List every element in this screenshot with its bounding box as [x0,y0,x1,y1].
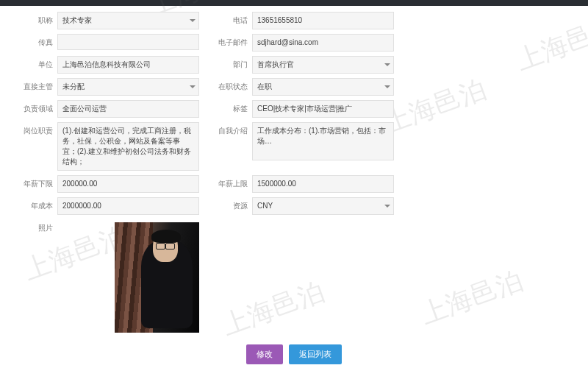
label-supervisor: 直接主管 [4,78,57,92]
field-duty[interactable]: (1).创建和运营公司，完成工商注册，税务，社保，公积金，网站及备案等事宜；(2… [57,122,199,171]
field-year-cost[interactable]: 2000000.00 [57,197,199,215]
field-fax[interactable] [57,34,199,50]
label-tags: 标签 [199,100,252,114]
label-onjob: 在职状态 [199,78,252,92]
edit-button[interactable]: 修改 [246,344,283,364]
field-domain[interactable]: 全面公司运营 [57,100,199,118]
field-phone[interactable]: 13651655810 [252,12,394,29]
label-photo: 照片 [4,219,57,233]
label-title: 职称 [4,12,57,26]
label-company: 单位 [4,56,57,70]
field-onjob[interactable]: 在职 [252,78,394,96]
label-domain: 负责领域 [4,100,57,114]
label-year-cost: 年成本 [4,197,57,211]
action-buttons: 修改 返回列表 [0,340,588,368]
field-email[interactable]: sdjhard@sina.com [252,34,394,52]
field-intro[interactable]: 工作成本分布：(1).市场营销，包括：市场… [252,122,394,160]
label-phone: 电话 [199,12,252,26]
field-title[interactable]: 技术专家 [57,12,199,29]
label-salary-low: 年薪下限 [4,175,57,189]
label-salary-high: 年薪上限 [199,175,252,189]
field-company[interactable]: 上海邑泊信息科技有限公司 [57,56,199,74]
employee-photo[interactable] [115,222,199,333]
label-currency: 资源 [199,197,252,211]
label-dept: 部门 [199,56,252,70]
back-button[interactable]: 返回列表 [289,344,342,364]
field-salary-low[interactable]: 200000.00 [57,175,199,193]
field-dept[interactable]: 首席执行官 [252,56,394,74]
label-fax: 传真 [4,34,57,48]
label-intro: 自我介绍 [199,122,252,136]
field-currency[interactable]: CNY [252,197,394,215]
topbar [0,0,588,6]
label-email: 电子邮件 [199,34,252,48]
employee-form: 职称技术专家 电话13651655810 传真 电子邮件sdjhard@sina… [0,6,588,340]
field-salary-high[interactable]: 1500000.00 [252,175,394,193]
label-duty: 岗位职责 [4,122,57,136]
field-supervisor[interactable]: 未分配 [57,78,199,96]
field-tags[interactable]: CEO|技术专家|市场运营|推广 [252,100,394,118]
